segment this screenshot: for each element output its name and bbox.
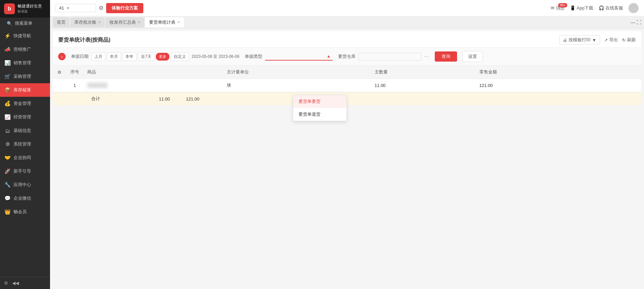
sidebar-item-quick-nav[interactable]: ⚡ 快捷导航 [0,29,50,43]
date-more-btn[interactable]: 更多 [156,53,169,61]
date-cur-btn[interactable]: 本月 [107,52,121,61]
sidebar-item-label: 应用中心 [14,182,31,188]
export-label: 导出 [609,37,618,43]
col-product: 商品 [83,66,223,79]
printer-icon: 🖨 [563,38,567,43]
tab-minimize-icon[interactable]: — [630,20,635,25]
tab-receivables-close[interactable]: × [138,20,140,25]
date-week-btn[interactable]: 近7天 [138,52,154,61]
sidebar-search[interactable]: 🔍 搜索菜单 [0,18,50,29]
type-select-chevron-up-icon[interactable]: ▲ [327,54,331,59]
warehouse-filter-input[interactable] [361,54,418,59]
type-filter-select[interactable]: ▲ [265,53,333,61]
enterprise-icon: 🤝 [4,154,11,161]
sidebar-item-label: 采购管理 [14,73,31,80]
dropdown-item-purchase-order[interactable]: 要货单要货 [293,95,347,108]
table-body: 1 块 11.00 121.00 [53,79,641,92]
tab-home-label: 首页 [57,19,66,25]
filter-settings-button[interactable]: 设置 [462,51,483,62]
col-amount: 零售金额 [475,66,601,79]
sidebar-item-finance[interactable]: 💰 资金管理 [0,97,50,110]
dropdown-item-purchase-return[interactable]: 要货单退货 [293,108,347,121]
print-label: 按模板打印 [569,37,591,43]
table-row: 1 块 11.00 121.00 [53,79,641,92]
purchase-icon: 🛒 [4,73,11,80]
col-settings[interactable]: ⚙ [53,66,66,79]
store-selector[interactable]: 41 ▼ [55,4,96,12]
trial-button[interactable]: 体验行业方案 [106,3,143,13]
date-prev-btn[interactable]: 上月 [91,52,105,61]
sidebar-item-wechat[interactable]: 💬 企业微信 [0,192,50,205]
tab-inventory-batch[interactable]: 库存批次账 × [70,17,105,27]
sidebar-item-operation[interactable]: 📈 经营管理 [0,110,50,124]
quick-nav-icon: ⚡ [4,32,11,39]
col-num: 序号 [66,66,83,79]
refresh-button[interactable]: ↻ 刷新 [622,37,636,43]
tab-order-stats[interactable]: 要货单统计表 × [145,17,184,27]
sidebar-item-guide[interactable]: 🚀 新手引导 [0,164,50,178]
date-buttons: 上月 本月 本年 近7天 更多 自定义 2023-05-06 至 2023-06… [91,52,239,61]
table-settings-icon: ⚙ [57,70,62,75]
row-quantity: 11.00 [371,79,475,92]
table-header: ⚙ 序号 商品 主计量单位 主数量 零售金额 [53,66,641,79]
tab-receivables[interactable]: 收发存汇总表 × [105,17,144,27]
app-sub: 标准版 [18,9,42,14]
sidebar-item-purchase[interactable]: 🛒 采购管理 [0,70,50,83]
sidebar-item-label: 畅会员 [14,209,27,215]
sidebar-item-system[interactable]: ⚙ 系统管理 [0,137,50,151]
messages-item[interactable]: ✉ 消息 99+ [551,5,565,11]
sidebar-item-sales[interactable]: 📊 销售管理 [0,56,50,70]
print-button[interactable]: 🖨 按模板打印 ▼ [559,35,600,45]
tab-inventory-batch-close[interactable]: × [98,20,101,25]
export-icon: ↗ [604,38,608,43]
topbar-right: ✉ 消息 99+ 📱 App下载 🎧 在线客服 [551,3,639,13]
sidebar-item-enterprise[interactable]: 🤝 企业协同 [0,151,50,164]
query-button[interactable]: 查询 [435,51,457,62]
row-amount: 121.00 [475,79,601,92]
type-filter-input[interactable] [267,54,324,59]
export-button[interactable]: ↗ 导出 [604,37,618,43]
sidebar-item-marketing[interactable]: 📣 营销推广 [0,43,50,56]
user-avatar[interactable] [628,3,639,13]
tab-inventory-batch-label: 库存批次账 [74,19,96,25]
sidebar-item-basic[interactable]: 🗂 基础信息 [0,124,50,137]
sidebar-item-label: 快捷导航 [14,33,31,39]
sales-icon: 📊 [4,60,11,66]
sidebar-item-inventory[interactable]: 📦 库存核算 [0,83,50,97]
settings-icon[interactable]: ⚙ [4,281,8,286]
sidebar-search-label: 搜索菜单 [15,20,32,26]
sidebar-item-apps[interactable]: 🔧 应用中心 [0,178,50,192]
sidebar-logo: b 畅捷通好生意 标准版 [0,0,50,18]
warehouse-filter-select[interactable] [358,53,421,61]
row-unit: 块 [223,79,371,92]
app-download-item[interactable]: 📱 App下载 [570,5,593,11]
date-year-btn[interactable]: 本年 [122,52,137,61]
guide-icon: 🚀 [4,168,11,175]
inventory-icon: 📦 [4,87,11,93]
row-product [83,79,223,92]
sidebar-item-member[interactable]: 👑 畅会员 [0,205,50,219]
tabbar: 首页 库存批次账 × 收发存汇总表 × 要货单统计表 × — ⛶ [50,16,644,28]
member-icon: 👑 [4,208,11,215]
row-settings [53,79,66,92]
app-download-icon: 📱 [570,5,575,10]
refresh-label: 刷新 [627,37,636,43]
topbar-left: 41 ▼ ⚙ 体验行业方案 [55,3,547,13]
operation-icon: 📈 [4,114,11,120]
filter-toggle-button[interactable]: › [58,53,66,60]
tab-order-stats-close[interactable]: × [177,20,180,25]
online-service-label: 在线客服 [605,5,623,11]
tab-maximize-icon[interactable]: ⛶ [637,20,641,25]
topbar: 41 ▼ ⚙ 体验行业方案 ✉ 消息 99+ 📱 App下载 🎧 在线客服 [50,0,644,16]
total-amount: 121.00 [182,96,209,102]
warehouse-more-icon[interactable]: ··· [424,53,429,60]
type-filter-label: 单据类型 [245,53,262,60]
tab-home[interactable]: 首页 [53,17,70,27]
online-service-item[interactable]: 🎧 在线客服 [599,5,623,11]
collapse-icon[interactable]: ◀◀ [12,281,19,286]
date-custom-btn[interactable]: 自定义 [171,52,189,61]
finance-icon: 💰 [4,100,11,107]
col-quantity: 主数量 [371,66,475,79]
topbar-gear-icon[interactable]: ⚙ [99,5,103,11]
system-icon: ⚙ [4,141,11,148]
